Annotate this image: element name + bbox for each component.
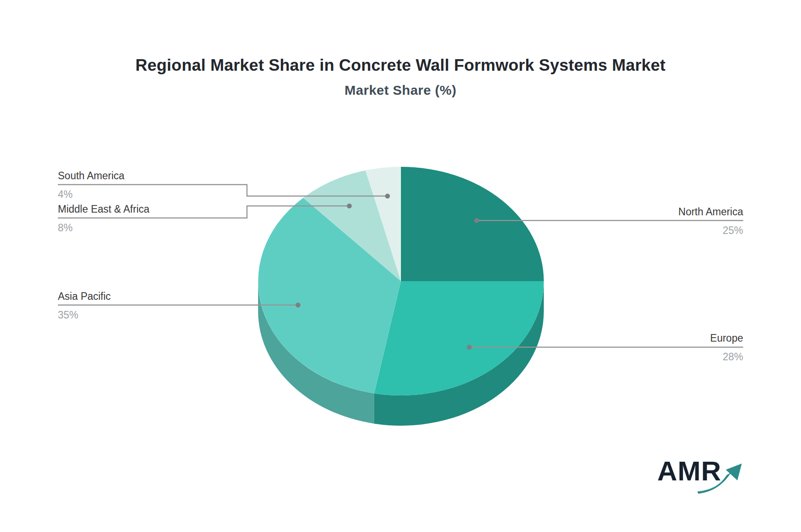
- label-middle-east-africa: Middle East & Africa 8%: [58, 203, 150, 234]
- slice-value: 35%: [58, 309, 111, 321]
- label-south-america: South America 4%: [58, 169, 125, 201]
- slice-value: 25%: [678, 224, 743, 237]
- slice-label: Asia Pacific: [58, 290, 111, 302]
- callout-dot-europe: [467, 345, 472, 350]
- growth-arrow-icon: [692, 458, 745, 498]
- slice-value: 28%: [710, 351, 743, 363]
- callout-dot-asia-pacific: [295, 302, 300, 307]
- label-north-america: North America 25%: [678, 206, 743, 237]
- slice-label: Middle East & Africa: [58, 203, 150, 215]
- label-europe: Europe 28%: [710, 332, 743, 363]
- callout-dot-north-america: [474, 218, 479, 223]
- pie-slice-north-america[interactable]: [401, 167, 544, 281]
- slice-label: Europe: [710, 332, 743, 344]
- slice-label: South America: [58, 169, 125, 182]
- slice-value: 4%: [58, 188, 125, 201]
- pie-slice-europe[interactable]: [374, 281, 544, 395]
- pie-chart[interactable]: [0, 0, 801, 532]
- slice-value: 8%: [58, 222, 150, 234]
- callout-dot-south-america: [385, 193, 390, 198]
- callout-dot-middle-east-africa: [347, 204, 352, 209]
- chart-page: Regional Market Share in Concrete Wall F…: [0, 0, 801, 532]
- label-asia-pacific: Asia Pacific 35%: [58, 290, 111, 321]
- amr-logo: AMR: [657, 457, 746, 497]
- slice-label: North America: [678, 206, 743, 218]
